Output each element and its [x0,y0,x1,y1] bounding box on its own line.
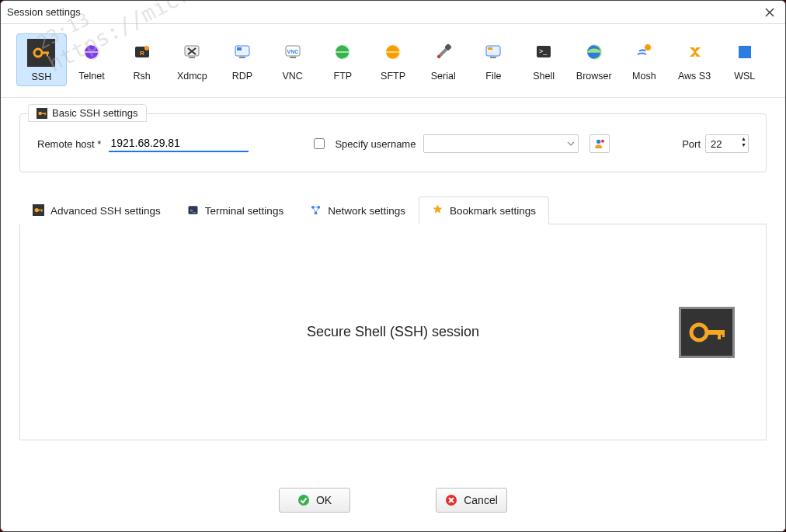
session-type-rdp[interactable]: RDP [217,33,268,86]
ok-button[interactable]: OK [279,488,350,513]
session-type-label: Aws S3 [678,71,711,82]
session-type-label: Xdmcp [177,71,207,82]
session-type-label: Browser [576,71,612,82]
username-select[interactable] [423,134,579,153]
network-icon [310,204,322,218]
chevron-down-icon [567,140,575,148]
settings-subtabs-wrap: Advanced SSH settings>_ Terminal setting… [19,196,767,440]
svg-rect-8 [189,57,195,58]
ftp-icon [329,38,356,66]
svg-rect-31 [45,113,46,115]
session-type-label: Mosh [632,71,656,82]
sftp-icon [379,38,407,66]
svg-text:>_: >_ [539,47,548,55]
svg-rect-20 [488,47,492,50]
svg-rect-9 [235,46,249,56]
svg-point-6 [144,46,149,50]
person-icon [593,137,606,150]
browser-icon [580,38,608,66]
session-type-label: SSH [31,71,51,82]
svg-rect-45 [718,330,721,339]
wsl-icon [731,38,759,66]
session-type-label: Rsh [134,71,151,82]
awss3-icon [680,38,708,66]
session-type-label: WSL [734,71,755,82]
svg-rect-19 [486,46,500,56]
basic-row: Remote host * Specify username Port ▲▼ [33,134,753,153]
session-type-label: SFTP [381,71,405,82]
vnc-icon: VNC [279,38,307,66]
svg-rect-10 [237,47,242,50]
session-description: Secure Shell (SSH) session [307,324,479,340]
manage-users-button[interactable] [590,134,610,153]
svg-point-18 [437,55,440,58]
mosh-icon [630,38,658,66]
rsh-icon: R [128,38,156,66]
session-type-label: FTP [334,71,353,82]
tab-net[interactable]: Network settings [297,196,419,224]
bookmark-tab-body: Secure Shell (SSH) session [19,224,767,440]
svg-text:VNC: VNC [287,49,298,54]
session-type-browser[interactable]: Browser [569,33,619,86]
tab-label: Bookmark settings [450,205,536,217]
session-type-wsl[interactable]: WSL [719,33,770,86]
svg-point-43 [691,325,707,340]
session-type-rsh[interactable]: R Rsh [117,33,167,86]
svg-rect-46 [722,330,725,337]
svg-text:>_: >_ [190,207,196,212]
svg-rect-14 [290,57,296,58]
session-type-telnet[interactable]: Telnet [67,33,117,86]
tab-label: Advanced SSH settings [50,205,161,217]
shell-icon: >_ [530,38,558,66]
xdmcp-icon [178,38,206,66]
ssh-key-badge [679,307,735,358]
close-button[interactable] [760,3,779,22]
session-type-label: Telnet [78,71,104,82]
session-type-label: Shell [533,71,555,82]
svg-rect-11 [239,57,245,58]
cancel-icon [445,494,457,506]
tab-adv[interactable]: Advanced SSH settings [19,196,174,224]
svg-point-0 [34,49,42,57]
settings-subtabs: Advanced SSH settings>_ Terminal setting… [19,196,767,224]
specify-username-label: Specify username [335,138,416,150]
session-type-xdmcp[interactable]: Xdmcp [167,33,217,86]
svg-text:R: R [140,50,144,57]
svg-rect-2 [47,52,48,57]
session-type-toolbar: SSH TelnetR Rsh Xdmcp RDPVNC VNC FTP SFT… [1,24,785,98]
session-type-mosh[interactable]: Mosh [619,33,669,86]
specify-username-checkbox[interactable] [314,138,325,149]
terminal-icon: >_ [187,204,199,218]
session-type-vnc[interactable]: VNC VNC [267,33,318,86]
session-type-label: File [485,71,501,82]
session-settings-window: 23:13 https://microdigisoft.com Session … [0,0,786,532]
key-small-icon [37,108,47,119]
dialog-buttons: OK Cancel [1,488,785,513]
key-small-icon [33,204,44,218]
telnet-icon [78,38,106,66]
window-title: Session settings [7,6,81,18]
basic-ssh-settings-group: Basic SSH settings Remote host * Specify… [19,113,767,172]
session-type-serial[interactable]: Serial [418,33,468,86]
remote-host-input[interactable] [109,135,249,152]
session-type-label: VNC [282,71,302,82]
session-type-file[interactable]: File [468,33,519,86]
svg-point-32 [596,140,600,144]
session-type-shell[interactable]: >_ Shell [519,33,569,86]
port-stepper[interactable]: ▲▼ [741,136,746,148]
session-type-ftp[interactable]: FTP [318,33,368,86]
tab-label: Network settings [328,205,405,217]
rdp-icon [228,38,256,66]
session-type-sftp[interactable]: SFTP [368,33,419,86]
tab-bmk[interactable]: Bookmark settings [419,196,549,224]
key-icon [688,316,725,349]
serial-icon [430,38,457,66]
close-icon [765,8,774,17]
cancel-button[interactable]: Cancel [436,488,507,513]
session-type-ssh[interactable]: SSH [16,33,67,86]
svg-rect-37 [41,209,42,211]
tab-term[interactable]: >_ Terminal settings [174,196,297,224]
svg-point-29 [38,111,42,115]
titlebar: Session settings [1,1,785,24]
session-type-awss3[interactable]: Aws S3 [669,33,720,86]
